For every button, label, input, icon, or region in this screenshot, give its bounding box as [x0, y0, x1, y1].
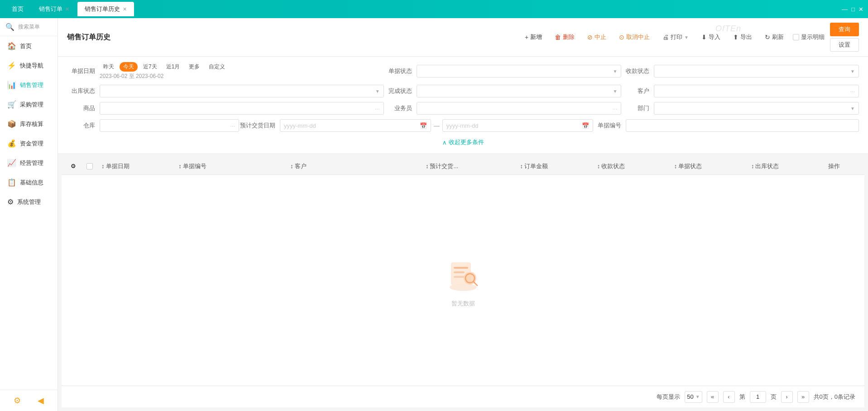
- warehouse-input[interactable]: ···: [100, 119, 239, 132]
- export-button[interactable]: ⬆ 导出: [729, 31, 756, 43]
- sales-icon: 📊: [7, 81, 16, 89]
- refresh-label: 刷新: [772, 33, 784, 41]
- sidebar-collapse-icon[interactable]: ◀: [38, 396, 44, 406]
- salesman-input[interactable]: ···: [417, 102, 622, 115]
- date-tag-1month[interactable]: 近1月: [163, 62, 184, 72]
- delivery-date-from[interactable]: yyyy-mm-dd 📅: [280, 119, 431, 132]
- salesman-control[interactable]: ···: [417, 102, 622, 115]
- warehouse-dots: ···: [230, 122, 235, 129]
- finance-icon: 💰: [7, 139, 16, 148]
- pagination-bar: 每页显示 50 ▼ « ‹ 第 页 › » 共0页，0条记录: [62, 386, 864, 407]
- filter-goods: 商品 ···: [67, 102, 384, 115]
- refresh-button[interactable]: ↻ 刷新: [761, 31, 787, 43]
- sidebar-item-system[interactable]: ⚙ 系统管理: [0, 192, 58, 212]
- table-area: ⚙ ↕ 单据日期 ↕ 单据编号 ↕ 客户 ↕: [62, 158, 864, 386]
- sidebar-search[interactable]: 🔍 搜索菜单: [0, 18, 58, 36]
- tab-sales-order-history-close[interactable]: ✕: [123, 6, 127, 12]
- search-button[interactable]: 查询: [830, 23, 859, 36]
- date-column: 昨天 今天 近7天 近1月 更多 自定义 2023-06-02 至 2023-0…: [100, 62, 229, 80]
- last-page-button[interactable]: »: [797, 391, 809, 403]
- tab-sales-order[interactable]: 销售订单 ✕: [32, 2, 77, 16]
- sidebar-item-business[interactable]: 📈 经营管理: [0, 153, 58, 173]
- delete-button[interactable]: 🗑 删除: [551, 31, 578, 43]
- display-detail-checkbox[interactable]: 显示明细: [793, 33, 825, 41]
- sidebar-item-home[interactable]: 🏠 首页: [0, 36, 58, 56]
- home-icon: 🏠: [7, 42, 16, 50]
- complete-status-select[interactable]: ▼: [417, 85, 622, 97]
- sidebar-item-quicknav[interactable]: ⚡ 快捷导航: [0, 56, 58, 75]
- filter-dept: 部门 ▼: [621, 102, 859, 115]
- complete-status-control[interactable]: ▼: [417, 85, 622, 97]
- import-button[interactable]: ⬇ 导入: [698, 31, 724, 43]
- page-size-select[interactable]: 50 ▼: [685, 391, 702, 403]
- delete-icon: 🗑: [555, 34, 561, 41]
- setting-button[interactable]: 设置: [830, 38, 859, 52]
- new-label: 新增: [530, 33, 542, 41]
- customer-control[interactable]: ···: [654, 85, 859, 97]
- tab-sales-order-history[interactable]: 销售订单历史 ✕: [77, 2, 134, 16]
- goods-control[interactable]: ···: [100, 102, 384, 115]
- salesman-dots: ···: [612, 105, 617, 112]
- pay-status-select[interactable]: ▼: [654, 65, 859, 77]
- sidebar-item-inventory[interactable]: 📦 库存核算: [0, 114, 58, 134]
- next-page-button[interactable]: ›: [781, 391, 793, 403]
- pay-status-control[interactable]: ▼: [654, 65, 859, 77]
- out-status-control[interactable]: ▼: [100, 85, 384, 97]
- date-tag-7days[interactable]: 近7天: [139, 62, 161, 72]
- doc-number-input[interactable]: [626, 119, 859, 132]
- page-input[interactable]: [750, 391, 766, 403]
- sidebar-item-basicinfo[interactable]: 📋 基础信息: [0, 173, 58, 192]
- sidebar-item-finance[interactable]: 💰 资金管理: [0, 134, 58, 153]
- delivery-date-to[interactable]: yyyy-mm-dd 📅: [442, 119, 594, 132]
- header-checkbox[interactable]: [86, 163, 93, 169]
- customer-input[interactable]: ···: [654, 85, 859, 97]
- maximize-icon[interactable]: □: [851, 6, 855, 13]
- th-amount-sort: ↕: [520, 163, 523, 169]
- dept-control[interactable]: ▼: [654, 102, 859, 115]
- warehouse-control[interactable]: ···: [100, 119, 239, 132]
- tab-home[interactable]: 首页: [5, 2, 31, 16]
- th-amount-text: 订单金额: [524, 162, 548, 170]
- date-tag-group: 昨天 今天 近7天 近1月 更多 自定义: [100, 62, 229, 72]
- date-tag-yesterday[interactable]: 昨天: [100, 62, 118, 72]
- doc-number-control[interactable]: [626, 119, 859, 132]
- table-settings-icon[interactable]: ⚙: [71, 163, 76, 169]
- first-page-button[interactable]: «: [707, 391, 719, 403]
- sidebar-settings-icon[interactable]: ⚙: [14, 396, 21, 406]
- date-tag-today[interactable]: 今天: [120, 62, 138, 72]
- collapse-label: 收起更多条件: [449, 138, 484, 146]
- stop-label: 中止: [595, 33, 606, 41]
- stop-button[interactable]: ⊘ 中止: [584, 31, 610, 43]
- prev-page-button[interactable]: ‹: [723, 391, 735, 403]
- date-tag-more[interactable]: 更多: [185, 62, 203, 72]
- goods-input[interactable]: ···: [100, 102, 384, 115]
- th-checkbox[interactable]: [82, 163, 98, 169]
- svg-rect-2: [454, 267, 468, 269]
- detail-checkbox-input[interactable]: [793, 34, 799, 40]
- out-status-select[interactable]: ▼: [100, 85, 384, 97]
- cancel-stop-button[interactable]: ⊙ 取消中止: [615, 31, 653, 43]
- sidebar-item-sales-label: 销售管理: [20, 81, 43, 89]
- minimize-icon[interactable]: —: [842, 6, 848, 13]
- th-customer-sort: ↕: [290, 163, 293, 169]
- sidebar-item-sales[interactable]: 📊 销售管理: [0, 75, 58, 95]
- business-icon: 📈: [7, 159, 16, 167]
- close-window-icon[interactable]: ✕: [858, 6, 863, 13]
- out-status-arrow-icon: ▼: [375, 89, 380, 94]
- new-button[interactable]: + 新增: [521, 31, 546, 43]
- print-icon: 🖨: [662, 34, 669, 41]
- sidebar-item-basicinfo-label: 基础信息: [20, 179, 43, 187]
- page-size-value: 50: [687, 393, 693, 400]
- date-tag-custom[interactable]: 自定义: [205, 62, 229, 72]
- doc-status-select[interactable]: ▼: [417, 65, 622, 77]
- th-settings[interactable]: ⚙: [65, 163, 82, 169]
- tab-sales-order-close[interactable]: ✕: [65, 6, 69, 12]
- dept-select[interactable]: ▼: [654, 102, 859, 115]
- sidebar-item-purchase[interactable]: 🛒 采购管理: [0, 95, 58, 114]
- collapse-row[interactable]: ∧ 收起更多条件: [67, 136, 859, 148]
- filter-doc-number: 单据编号: [593, 119, 859, 132]
- print-button[interactable]: 🖨 打印 ▼: [659, 31, 692, 43]
- doc-status-control[interactable]: ▼: [417, 65, 622, 77]
- th-delivery-text: 预计交货...: [430, 162, 458, 170]
- print-label: 打印: [671, 33, 682, 41]
